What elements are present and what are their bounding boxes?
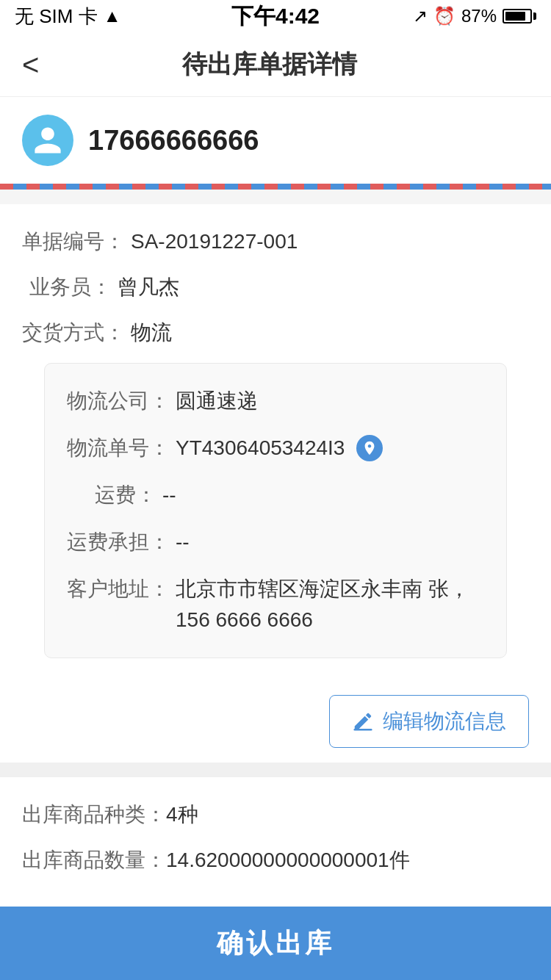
customer-card: 17666666666 — [0, 97, 551, 184]
tracking-number-text: YT43064053424I3 — [176, 433, 345, 464]
confirm-bar[interactable]: 确认出库 — [0, 907, 551, 980]
logistics-company-value: 圆通速递 — [176, 386, 484, 417]
logistics-address-label: 客户地址： — [67, 574, 176, 605]
edit-icon — [352, 710, 374, 732]
location-service-icon: ↗ — [413, 6, 428, 26]
delivery-method-label: 交货方式： — [22, 317, 131, 348]
status-bar-right: ↗ ⏰ 87% — [413, 6, 536, 26]
logistics-freight-row: 运费： -- — [67, 480, 484, 511]
avatar — [22, 115, 73, 166]
logistics-tracking-row: 物流单号： YT43064053424I3 — [67, 433, 484, 464]
edit-logistics-area: 编辑物流信息 — [0, 680, 551, 763]
edit-logistics-label: 编辑物流信息 — [383, 707, 506, 735]
logistics-card: 物流公司： 圆通速递 物流单号： YT43064053424I3 运费： -- — [44, 363, 507, 658]
status-bar: 无 SIM 卡 ▲ 下午4:42 ↗ ⏰ 87% — [0, 0, 551, 32]
logistics-tracking-label: 物流单号： — [67, 433, 176, 464]
nav-bar: < 待出库单据详情 — [0, 32, 551, 97]
logistics-address-row: 客户地址： 北京市市辖区海淀区永丰南 张，156 6666 6666 — [67, 574, 484, 635]
dashed-separator — [0, 184, 551, 190]
goods-types-value: 4种 — [166, 799, 198, 830]
wifi-icon: ▲ — [104, 6, 121, 26]
logistics-freight-value: -- — [162, 480, 484, 511]
goods-types-label: 出库商品种类： — [22, 799, 166, 830]
delivery-method-value: 物流 — [131, 317, 529, 348]
edit-logistics-button[interactable]: 编辑物流信息 — [329, 695, 529, 748]
order-number-value: SA-20191227-001 — [131, 226, 529, 257]
goods-section: 出库商品种类： 4种 出库商品数量： 14.62000000000000001件 — [0, 777, 551, 898]
status-bar-left: 无 SIM 卡 ▲ — [15, 4, 120, 29]
sales-person-value: 曾凡杰 — [118, 272, 529, 303]
logistics-company-row: 物流公司： 圆通速递 — [67, 386, 484, 417]
user-avatar-icon — [32, 124, 64, 156]
order-number-label: 单据编号： — [22, 226, 131, 257]
page-title: 待出库单据详情 — [54, 48, 485, 82]
sales-person-row: 业务员： 曾凡杰 — [22, 272, 529, 303]
logistics-freight-bearer-row: 运费承担： -- — [67, 527, 484, 558]
battery-icon — [503, 9, 536, 24]
svg-rect-0 — [354, 729, 372, 731]
goods-quantity-label: 出库商品数量： — [22, 845, 166, 876]
goods-quantity-value: 14.62000000000000001件 — [166, 845, 410, 876]
order-info-section: 单据编号： SA-20191227-001 业务员： 曾凡杰 交货方式： 物流 … — [0, 204, 551, 680]
alarm-icon: ⏰ — [433, 6, 455, 26]
map-location-icon[interactable] — [356, 435, 383, 461]
logistics-company-label: 物流公司： — [67, 386, 176, 417]
back-button[interactable]: < — [22, 50, 39, 79]
confirm-button-label: 确认出库 — [217, 926, 334, 962]
goods-quantity-row: 出库商品数量： 14.62000000000000001件 — [22, 845, 529, 876]
goods-types-row: 出库商品种类： 4种 — [22, 799, 529, 830]
status-bar-time: 下午4:42 — [231, 1, 320, 32]
logistics-freight-bearer-label: 运费承担： — [67, 527, 176, 558]
section-divider — [0, 763, 551, 777]
logistics-freight-bearer-value: -- — [176, 527, 484, 558]
carrier-label: 无 SIM 卡 — [15, 4, 98, 29]
logistics-address-value: 北京市市辖区海淀区永丰南 张，156 6666 6666 — [176, 574, 484, 635]
order-number-row: 单据编号： SA-20191227-001 — [22, 226, 529, 257]
sales-person-label: 业务员： — [22, 272, 118, 303]
logistics-tracking-value: YT43064053424I3 — [176, 433, 484, 464]
battery-percent: 87% — [461, 6, 497, 26]
delivery-method-row: 交货方式： 物流 — [22, 317, 529, 348]
customer-phone: 17666666666 — [88, 125, 259, 156]
logistics-freight-label: 运费： — [67, 480, 162, 511]
